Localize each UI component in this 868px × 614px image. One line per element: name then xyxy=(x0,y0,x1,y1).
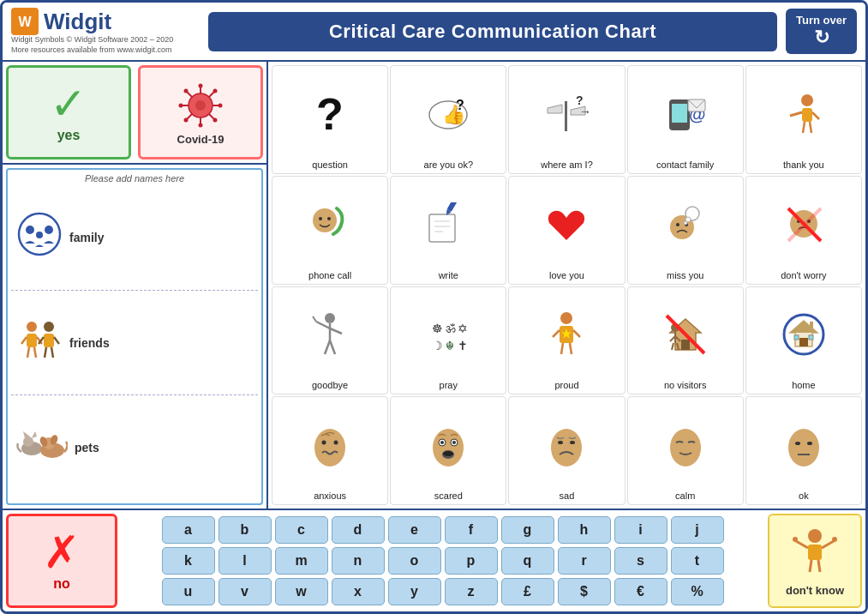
bottom-row: ✗ no a b c d e f g h i j k l m n o xyxy=(3,509,865,611)
key-q[interactable]: q xyxy=(501,547,554,575)
ok-icon xyxy=(782,400,825,489)
key-r[interactable]: r xyxy=(558,547,611,575)
svg-rect-118 xyxy=(810,322,813,328)
right-grid: ? question 👍 ? xyxy=(268,62,865,509)
svg-point-22 xyxy=(45,226,53,234)
logo-sub: Widgit Symbols © Widgit Software 2002 – … xyxy=(11,35,200,55)
symbol-proud: proud xyxy=(508,286,625,395)
key-w[interactable]: w xyxy=(275,578,328,605)
key-l[interactable]: l xyxy=(218,547,272,575)
svg-line-109 xyxy=(672,343,673,350)
svg-point-7 xyxy=(199,123,203,127)
svg-point-128 xyxy=(443,451,453,456)
svg-point-133 xyxy=(788,429,819,467)
symbol-missyou: miss you xyxy=(627,176,744,285)
svg-text:☽: ☽ xyxy=(432,339,443,352)
home-label: home xyxy=(792,380,816,390)
svg-marker-49 xyxy=(548,105,562,113)
main-content: ✓ yes xyxy=(3,62,865,509)
key-k[interactable]: k xyxy=(162,547,215,575)
dontworry-label: don't worry xyxy=(781,270,826,280)
key-j[interactable]: j xyxy=(671,516,724,544)
anxious-label: anxious xyxy=(314,491,346,501)
whereami-label: where am I? xyxy=(541,160,593,170)
svg-rect-48 xyxy=(565,101,567,131)
write-label: write xyxy=(439,270,458,280)
svg-line-59 xyxy=(790,112,802,116)
thankyou-icon xyxy=(783,69,824,158)
key-dollar[interactable]: $ xyxy=(558,578,611,605)
novisitors-label: no visitors xyxy=(664,380,707,390)
key-pound[interactable]: £ xyxy=(501,578,554,605)
key-e[interactable]: e xyxy=(388,516,441,544)
key-t[interactable]: t xyxy=(671,547,724,575)
svg-rect-58 xyxy=(802,108,812,122)
key-v[interactable]: v xyxy=(218,578,272,605)
svg-line-14 xyxy=(209,92,214,97)
svg-line-87 xyxy=(330,328,342,334)
pets-item: pets xyxy=(11,395,258,500)
key-p[interactable]: p xyxy=(445,547,498,575)
svg-point-65 xyxy=(327,217,331,220)
anxious-icon xyxy=(308,400,351,489)
svg-point-73 xyxy=(676,223,679,226)
pray-icon: ☸ ॐ ✡ ☽ ☬ ✝ xyxy=(425,291,471,379)
pray-label: pray xyxy=(440,380,458,390)
svg-line-139 xyxy=(796,541,808,548)
page-title: Critical Care Communication Chart xyxy=(208,12,777,51)
svg-line-144 xyxy=(818,560,820,572)
svg-line-101 xyxy=(561,343,563,354)
svg-text:✡: ✡ xyxy=(458,322,468,335)
turn-over-button[interactable]: Turn over ↻ xyxy=(786,9,857,54)
svg-line-18 xyxy=(209,114,214,119)
yes-label: yes xyxy=(57,128,81,143)
sad-label: sad xyxy=(560,491,575,501)
key-g[interactable]: g xyxy=(501,516,554,544)
key-z[interactable]: z xyxy=(445,578,498,605)
svg-point-77 xyxy=(684,221,687,225)
key-s[interactable]: s xyxy=(614,547,667,575)
symbol-ok: ok xyxy=(745,396,862,505)
goodbye-label: goodbye xyxy=(312,380,348,390)
family-label: family xyxy=(69,231,104,244)
key-o[interactable]: o xyxy=(388,547,441,575)
svg-line-33 xyxy=(54,337,59,344)
key-euro[interactable]: € xyxy=(614,578,667,605)
key-u[interactable]: u xyxy=(162,578,215,605)
symbol-dontworry: don't worry xyxy=(745,176,862,285)
yes-covid-row: ✓ yes xyxy=(3,62,266,165)
key-y[interactable]: y xyxy=(388,578,441,605)
key-c[interactable]: c xyxy=(275,516,328,544)
key-x[interactable]: x xyxy=(332,578,385,605)
key-m[interactable]: m xyxy=(275,547,328,575)
key-n[interactable]: n xyxy=(332,547,385,575)
key-d[interactable]: d xyxy=(332,516,385,544)
no-cross-icon: ✗ xyxy=(43,530,81,575)
key-f[interactable]: f xyxy=(445,516,498,544)
svg-line-35 xyxy=(51,347,53,358)
key-percent[interactable]: % xyxy=(671,578,724,605)
svg-point-5 xyxy=(199,83,203,87)
symbol-novisitors: no visitors xyxy=(627,286,744,395)
family-item: family xyxy=(11,185,258,291)
calm-label: calm xyxy=(675,491,695,501)
key-h[interactable]: h xyxy=(558,516,611,544)
svg-line-34 xyxy=(45,347,46,358)
svg-point-119 xyxy=(314,429,345,467)
svg-line-29 xyxy=(34,347,36,358)
key-i[interactable]: i xyxy=(614,516,667,544)
symbol-goodbye: goodbye xyxy=(272,286,388,395)
svg-line-60 xyxy=(812,112,819,119)
svg-line-99 xyxy=(553,330,560,337)
scared-icon xyxy=(427,400,470,489)
key-b[interactable]: b xyxy=(218,516,272,544)
svg-line-100 xyxy=(573,330,580,337)
contactfamily-label: contact family xyxy=(656,160,714,170)
svg-point-19 xyxy=(213,117,218,122)
svg-rect-104 xyxy=(681,340,690,350)
covid-label: Covid-19 xyxy=(177,133,224,146)
contactfamily-icon: @ xyxy=(662,69,709,158)
svg-point-15 xyxy=(213,88,218,93)
key-a[interactable]: a xyxy=(162,516,215,544)
dont-know-label: don't know xyxy=(786,584,844,597)
